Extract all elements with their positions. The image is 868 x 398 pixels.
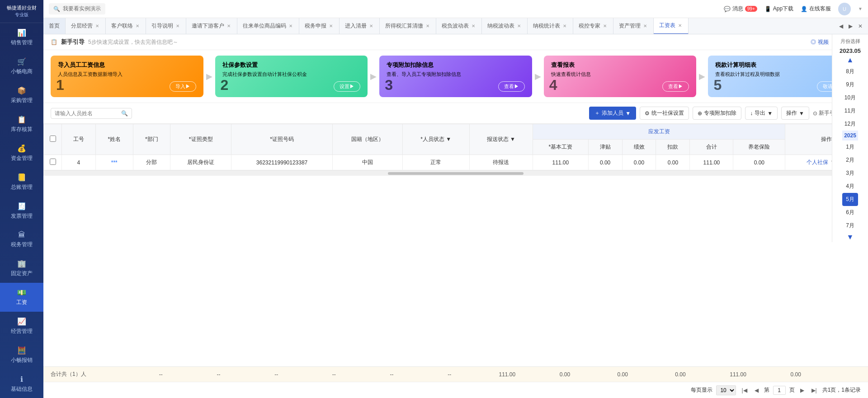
sidebar-item-小畅报销[interactable]: 🧮小畅报销 bbox=[0, 341, 43, 370]
unified-setting-btn[interactable]: ⚙ 统一社保设置 bbox=[640, 107, 689, 120]
online-service-btn[interactable]: 👤 在线客服 bbox=[801, 5, 831, 13]
operate-dropdown-arrow[interactable]: ▼ bbox=[799, 110, 804, 117]
step-btn-1[interactable]: 导入▶ bbox=[170, 78, 196, 92]
sidebar-item-采购管理[interactable]: 📦采购管理 bbox=[0, 81, 43, 110]
tab-close-3[interactable]: ✕ bbox=[175, 23, 180, 28]
add-person-button[interactable]: ＋ 添加人员 ▼ bbox=[589, 107, 636, 120]
tab-邀请下游客户[interactable]: 邀请下游客户✕ bbox=[186, 18, 237, 34]
month-picker-up[interactable]: ▲ bbox=[846, 55, 855, 65]
tab-close-13[interactable]: ✕ bbox=[642, 23, 648, 28]
month-item-8月[interactable]: 8月 bbox=[842, 65, 858, 78]
month-item-11月[interactable]: 11月 bbox=[842, 104, 858, 117]
message-icon: 💬 bbox=[724, 6, 731, 12]
sidebar-item-发票管理[interactable]: 🧾发票管理 bbox=[0, 197, 43, 225]
tab-工资表[interactable]: 工资表✕ bbox=[654, 18, 689, 34]
message-btn[interactable]: 💬 消息 99+ bbox=[724, 5, 757, 13]
sidebar-item-经营管理[interactable]: 📈经营管理 bbox=[0, 312, 43, 341]
tab-往来单位商品编码[interactable]: 往来单位商品编码✕ bbox=[237, 18, 299, 34]
tab-close-1[interactable]: ✕ bbox=[94, 23, 100, 28]
month-item-10月[interactable]: 10月 bbox=[842, 91, 858, 104]
tab-资产管理[interactable]: 资产管理✕ bbox=[613, 18, 654, 34]
tab-nav-right[interactable]: ▶ bbox=[847, 22, 854, 30]
special-deduction-btn[interactable]: ⊕ 专项附加扣除 bbox=[693, 107, 741, 120]
guide-video-btn[interactable]: ◎ 视频 bbox=[811, 38, 828, 46]
sidebar-item-税务管理[interactable]: 🏛税务管理 bbox=[0, 225, 43, 254]
select-all-checkbox[interactable] bbox=[50, 136, 56, 142]
user-avatar[interactable]: U bbox=[838, 3, 851, 15]
guide-step-4: 查看报表 快速查看统计信息 查看▶ 4 bbox=[544, 56, 697, 97]
sidebar-icon-9: 💵 bbox=[2, 288, 42, 297]
tab-纳税波动表[interactable]: 纳税波动表✕ bbox=[482, 18, 528, 34]
app-download-btn[interactable]: 📱 App下载 bbox=[764, 5, 793, 13]
month-item-1月[interactable]: 1月 bbox=[842, 140, 858, 154]
prev-page-btn[interactable]: ◀ bbox=[753, 386, 760, 394]
tab-所得税汇算清缴[interactable]: 所得税汇算清缴✕ bbox=[380, 18, 436, 34]
month-item-12月[interactable]: 12月 bbox=[842, 117, 858, 131]
tab-税务申报[interactable]: 税务申报✕ bbox=[299, 18, 340, 34]
sidebar-item-销售管理[interactable]: 📊销售管理 bbox=[0, 23, 43, 52]
tab-close-all[interactable]: ✕ bbox=[856, 22, 864, 30]
search-input[interactable] bbox=[55, 110, 119, 117]
sidebar-item-小畅电商[interactable]: 🛒小畅电商 bbox=[0, 52, 43, 81]
tab-close-5[interactable]: ✕ bbox=[288, 23, 293, 28]
tab-close-6[interactable]: ✕ bbox=[328, 23, 334, 28]
month-item-4月[interactable]: 4月 bbox=[842, 180, 858, 193]
add-dropdown-arrow[interactable]: ▼ bbox=[625, 110, 631, 117]
tab-税控专家[interactable]: 税控专家✕ bbox=[573, 18, 613, 34]
tab-纳税统计表[interactable]: 纳税统计表✕ bbox=[528, 18, 573, 34]
step-arrow-2: ▶ bbox=[368, 56, 379, 97]
sidebar-item-工资[interactable]: 💵工资 bbox=[0, 283, 43, 312]
export-dropdown-arrow[interactable]: ▼ bbox=[767, 110, 773, 117]
month-item-9月[interactable]: 9月 bbox=[842, 78, 858, 91]
month-item-7月[interactable]: 7月 bbox=[842, 219, 858, 232]
online-service-label: 在线客服 bbox=[809, 5, 831, 13]
tab-引导说明[interactable]: 引导说明✕ bbox=[146, 18, 186, 34]
export-btn[interactable]: ↓ 导出 ▼ bbox=[745, 107, 778, 120]
operate-btn[interactable]: 操作 ▼ bbox=[781, 107, 809, 120]
month-item-5月[interactable]: 5月 bbox=[842, 193, 858, 206]
tab-close-11[interactable]: ✕ bbox=[562, 23, 567, 28]
search-input-wrap[interactable]: 🔍 bbox=[51, 108, 132, 119]
sidebar-icon-12: ℹ bbox=[2, 375, 42, 384]
sidebar-item-总账管理[interactable]: 📒总账管理 bbox=[0, 168, 43, 197]
last-page-btn[interactable]: ▶| bbox=[810, 386, 819, 394]
sidebar-item-资金管理[interactable]: 💰资金管理 bbox=[0, 139, 43, 168]
table-scrollbar[interactable] bbox=[43, 170, 868, 176]
header-search[interactable]: 🔍 我要看实例演示 bbox=[49, 3, 105, 14]
tab-分层经营[interactable]: 分层经营✕ bbox=[66, 18, 106, 34]
table-row: 4 *** 分部 居民身份证 36232119990123387 中国 正常 待… bbox=[44, 155, 868, 170]
tab-close-4[interactable]: ✕ bbox=[226, 23, 231, 28]
per-page-select[interactable]: 10 20 50 bbox=[716, 385, 736, 395]
tab-close-7[interactable]: ✕ bbox=[368, 23, 374, 28]
sidebar-icon-8: 🏢 bbox=[2, 259, 42, 268]
tab-close-14[interactable]: ✕ bbox=[677, 23, 683, 28]
tab-close-8[interactable]: ✕ bbox=[425, 23, 430, 28]
row-checkbox-0[interactable] bbox=[50, 159, 56, 165]
step-btn-3[interactable]: 查看▶ bbox=[498, 78, 525, 92]
month-picker-down[interactable]: ▼ bbox=[846, 232, 855, 242]
tab-close-10[interactable]: ✕ bbox=[516, 23, 522, 28]
step-btn-2[interactable]: 设置▶ bbox=[334, 78, 360, 92]
tab-close-9[interactable]: ✕ bbox=[471, 23, 476, 28]
tab-nav-left[interactable]: ◀ bbox=[837, 22, 845, 30]
month-item-3月[interactable]: 3月 bbox=[842, 167, 858, 180]
tab-close-2[interactable]: ✕ bbox=[135, 23, 140, 28]
sidebar-item-库存核算[interactable]: 📋库存核算 bbox=[0, 110, 43, 139]
user-dropdown-arrow[interactable]: ▼ bbox=[858, 6, 863, 11]
op-personal-social-0[interactable]: 个人社保 bbox=[807, 159, 828, 165]
first-page-btn[interactable]: |◀ bbox=[740, 386, 749, 394]
month-item-2月[interactable]: 2月 bbox=[842, 154, 858, 167]
sidebar-item-基础信息[interactable]: ℹ基础信息 bbox=[0, 370, 43, 398]
step-number-2: 2 bbox=[221, 77, 229, 94]
tab-进入清册[interactable]: 进入清册✕ bbox=[340, 18, 380, 34]
next-page-btn[interactable]: ▶ bbox=[798, 386, 806, 394]
month-item-2025[interactable]: 2025 bbox=[842, 131, 858, 140]
sidebar-item-固定资产[interactable]: 🏢固定资产 bbox=[0, 254, 43, 283]
step-btn-4[interactable]: 查看▶ bbox=[662, 78, 689, 92]
tab-税负波动表[interactable]: 税负波动表✕ bbox=[436, 18, 482, 34]
tab-close-12[interactable]: ✕ bbox=[602, 23, 608, 28]
scrollbar-thumb[interactable] bbox=[388, 172, 524, 175]
month-item-6月[interactable]: 6月 bbox=[842, 206, 858, 219]
tab-客户联络[interactable]: 客户联络✕ bbox=[106, 18, 146, 34]
tab-首页[interactable]: 首页 bbox=[43, 18, 66, 34]
